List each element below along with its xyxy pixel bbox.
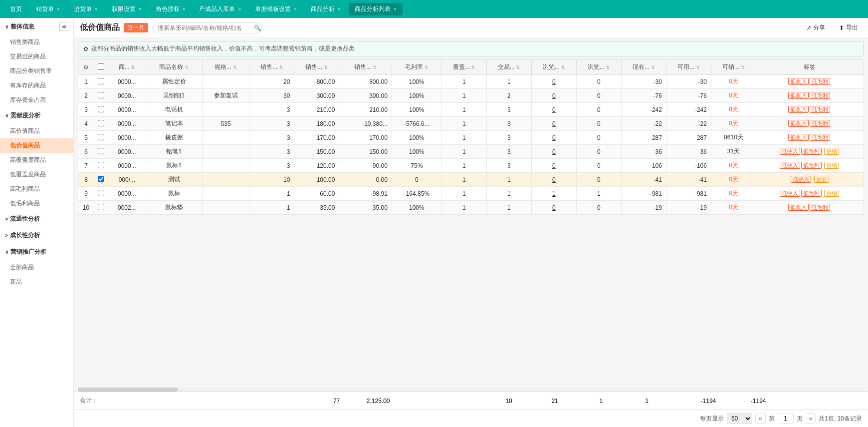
col-views1[interactable]: 浏览... ⇅ [531, 60, 576, 75]
row-checkbox-2[interactable] [98, 92, 104, 98]
row-coverage-5: 1 [441, 131, 486, 145]
nav-close-product-analysis-list[interactable]: × [394, 6, 397, 12]
row-gross-rate-2: 100% [392, 89, 441, 103]
sidebar-group-growth[interactable]: > 成长性分析 [0, 227, 73, 244]
row-views1-6[interactable]: 0 [531, 145, 576, 159]
row-views1-1[interactable]: 0 [531, 75, 576, 89]
col-sales-cost[interactable]: 销售... ⇅ [339, 60, 392, 75]
sidebar-item-category-rate[interactable]: 商品分类销售率 [0, 64, 73, 78]
sidebar-group-flow[interactable]: > 流通性分析 [0, 211, 73, 227]
col-saleable[interactable]: 可销... ⇅ [711, 60, 756, 75]
sidebar-item-high-coverage[interactable]: 高覆盖度商品 [0, 153, 73, 167]
nav-close-purchase-order[interactable]: × [95, 6, 98, 12]
col-name[interactable]: 商品名称 ⇅ [146, 60, 202, 75]
nav-close-role-auth[interactable]: × [183, 6, 186, 12]
search-icon[interactable]: 🔍 [254, 24, 261, 31]
row-code-7: 0000... [108, 159, 146, 173]
search-input[interactable] [152, 22, 262, 33]
sidebar-item-stock-capital[interactable]: 库存资金占用 [0, 93, 73, 107]
sidebar-item-new-products[interactable]: 新品 [0, 275, 73, 289]
sidebar-item-high-margin[interactable]: 高毛利商品 [0, 182, 73, 196]
col-transactions[interactable]: 交易... ⇅ [486, 60, 531, 75]
row-sales-qty-6: 3 [249, 145, 294, 159]
nav-close-product-receipt[interactable]: × [238, 6, 241, 12]
col-views2[interactable]: 浏览... ⇅ [576, 60, 621, 75]
row-no-2: 2 [78, 89, 94, 103]
period-tag[interactable]: 近一月 [124, 23, 148, 32]
nav-close-template-settings[interactable]: × [294, 6, 297, 12]
nav-product-analysis-list[interactable]: 商品分析列表 × [349, 3, 403, 15]
sidebar-item-all-products[interactable]: 全部商品 [0, 260, 73, 275]
sidebar-item-traded-products[interactable]: 交易过的商品 [0, 49, 73, 64]
footer-label: 合计： [80, 397, 110, 405]
col-checkbox[interactable] [94, 60, 108, 75]
export-button[interactable]: ⬆ 导出 [835, 22, 862, 33]
sidebar-group-marketing[interactable]: ∨ 营销推广分析 [0, 244, 73, 260]
row-no-7: 7 [78, 159, 94, 173]
nav-product-receipt[interactable]: 产成品入库单 × [193, 3, 247, 15]
sidebar-group-overall[interactable]: ∨ 整体信息 ≪ [0, 18, 73, 35]
row-saleable-8: 0天 [711, 173, 756, 187]
row-views1-5[interactable]: 0 [531, 131, 576, 145]
col-settings[interactable]: ⚙ [78, 60, 94, 75]
col-stock-now[interactable]: 现有... ⇅ [621, 60, 666, 75]
row-views1-3[interactable]: 0 [531, 103, 576, 117]
col-coverage[interactable]: 覆盖... ⇅ [441, 60, 486, 75]
first-page-button[interactable]: « [755, 414, 766, 424]
per-page-label: 每页显示 [700, 415, 724, 423]
table-row: 5 0000... 橡皮擦 3 170.00 170.00 100% 1 3 0… [78, 131, 864, 145]
col-gross-rate[interactable]: 毛利率 ⇅ [392, 60, 441, 75]
nav-close-product-analysis[interactable]: × [338, 6, 341, 12]
export-icon: ⬆ [839, 24, 844, 31]
col-code[interactable]: 商... ⇅ [108, 60, 146, 75]
scrollbar-thumb[interactable] [78, 388, 178, 392]
row-spec-7 [202, 159, 249, 173]
per-page-select[interactable]: 50 100 200 [727, 413, 752, 424]
share-button[interactable]: ↗ 分享 [802, 22, 829, 33]
nav-close-sales-order[interactable]: × [57, 6, 60, 12]
horizontal-scrollbar[interactable] [78, 388, 864, 392]
row-checkbox-8[interactable] [98, 176, 104, 182]
row-checkbox-1[interactable] [98, 78, 104, 84]
row-no-9: 9 [78, 187, 94, 201]
row-checkbox-9[interactable] [98, 190, 104, 196]
nav-product-analysis[interactable]: 商品分析 × [305, 3, 347, 15]
row-views1-9[interactable]: 1 [531, 187, 576, 201]
sidebar-item-low-coverage[interactable]: 低覆盖度商品 [0, 167, 73, 182]
col-sales-amount[interactable]: 销售... ⇅ [294, 60, 339, 75]
sidebar-item-low-margin[interactable]: 低毛利商品 [0, 196, 73, 211]
sidebar-item-stock-products[interactable]: 有库存的商品 [0, 78, 73, 93]
row-checkbox-4[interactable] [98, 120, 104, 126]
row-views1-8[interactable]: 0 [531, 173, 576, 187]
row-checkbox-3[interactable] [98, 106, 104, 112]
table-container[interactable]: ⚙ 商... ⇅ 商品名称 ⇅ 规格... ⇅ 销售... ⇅ 销售... ⇅ … [78, 59, 864, 388]
next-page-button[interactable]: » [806, 414, 816, 424]
nav-purchase-order[interactable]: 进货单 × [68, 3, 104, 15]
row-views1-2[interactable]: 0 [531, 89, 576, 103]
nav-home[interactable]: 首页 [4, 3, 28, 15]
nav-template-settings[interactable]: 单据模板设置 × [249, 3, 303, 15]
nav-sales-order[interactable]: 销货单 × [30, 3, 66, 15]
sidebar-collapse-overall[interactable]: ≪ [59, 22, 68, 31]
row-views1-10[interactable]: 0 [531, 201, 576, 215]
sidebar-item-high-value[interactable]: 高价值商品 [0, 124, 73, 138]
nav-permission[interactable]: 权限设置 × [106, 3, 148, 15]
sidebar-item-low-value[interactable]: 低价值商品 [0, 138, 73, 153]
row-views1-4[interactable]: 0 [531, 117, 576, 131]
nav-role-auth[interactable]: 角色授权 × [150, 3, 192, 15]
sidebar-group-contribution[interactable]: ∨ 贡献度分析 [0, 107, 73, 124]
page-number-input[interactable] [778, 414, 794, 424]
row-checkbox-10[interactable] [98, 204, 104, 210]
row-sales-cost-6: 150.00 [339, 145, 392, 159]
col-available[interactable]: 可用... ⇅ [666, 60, 711, 75]
nav-close-permission[interactable]: × [139, 6, 142, 12]
col-spec[interactable]: 规格... ⇅ [202, 60, 249, 75]
col-sales-qty[interactable]: 销售... ⇅ [249, 60, 294, 75]
sidebar-item-sales-products[interactable]: 销售类商品 [0, 35, 73, 49]
row-views1-7[interactable]: 0 [531, 159, 576, 173]
row-views2-1: 0 [576, 75, 621, 89]
select-all-checkbox[interactable] [98, 63, 104, 70]
row-checkbox-6[interactable] [98, 148, 104, 154]
row-checkbox-7[interactable] [98, 162, 104, 168]
row-checkbox-5[interactable] [98, 134, 104, 140]
